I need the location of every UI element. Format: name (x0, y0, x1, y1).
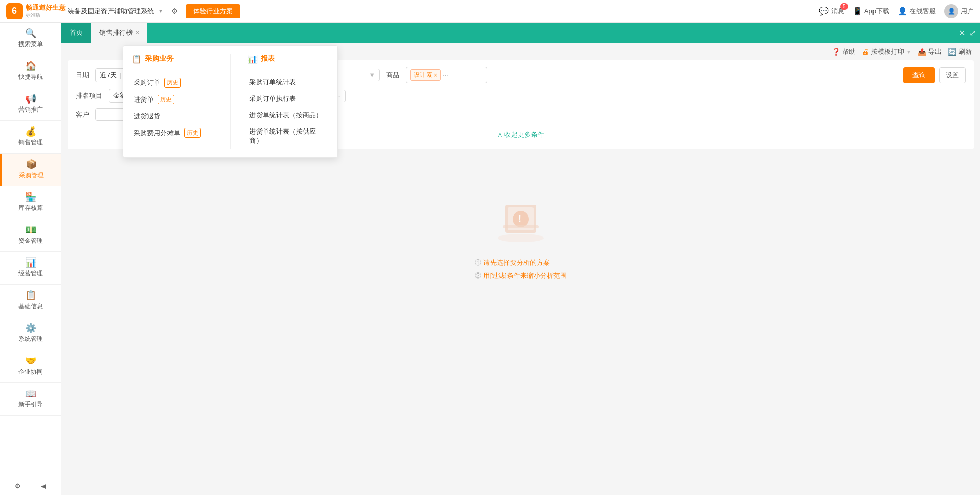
sidebar-item-search-label: 搜索菜单 (18, 40, 43, 49)
system-dropdown-arrow[interactable]: ▼ (158, 8, 163, 14)
settings-icon[interactable]: ⚙ (167, 4, 182, 18)
action-buttons: 查询 设置 (903, 67, 966, 83)
tab-home[interactable]: 首页 (61, 23, 91, 43)
goods-label: 商品 (386, 71, 399, 80)
user-avatar: 👤 (944, 4, 958, 18)
rank-label: 排名项目 (76, 91, 102, 100)
sidebar-item-purchase-label: 采购管理 (19, 171, 44, 180)
print-label: 按模板打印 (871, 47, 904, 56)
sidebar-item-quick-nav-label: 快捷导航 (18, 73, 43, 81)
user-label: 用户 (961, 7, 974, 16)
tab-expand-icon[interactable]: ⤢ (969, 28, 976, 38)
empty-state: ! ① 请先选择要分析的方案 ② 用[过滤]条件来缩小分析范围 (61, 154, 980, 324)
help-icon: ❓ (832, 48, 840, 56)
sidebar-item-guide[interactable]: 📖 新手引导 (0, 383, 61, 416)
sidebar-item-operation-label: 经营管理 (18, 269, 43, 278)
system-title: 装备及固定资产辅助管理系统 (68, 7, 154, 16)
goods-tag-close[interactable]: × (434, 72, 437, 79)
report-section-title: 📊 报表 (247, 54, 330, 68)
message-action[interactable]: 💬 消息 5 (819, 6, 844, 16)
brand-name: 畅通道好生意 (26, 4, 66, 12)
menu-item-purchase-in-by-supplier[interactable]: 进货单统计表（按供应商） (247, 123, 330, 149)
guide-icon: 📖 (25, 389, 36, 398)
help-button[interactable]: ❓ 帮助 (832, 47, 856, 56)
top-header: 6 畅通道好生意 标准版 装备及固定资产辅助管理系统 ▼ ⚙ 体验行业方案 💬 … (0, 0, 980, 23)
logo-text: 畅通道好生意 标准版 (26, 4, 66, 19)
sidebar-item-operation[interactable]: 📊 经营管理 (0, 252, 61, 285)
svg-text:!: ! (518, 213, 521, 224)
sidebar-item-system[interactable]: ⚙️ 系统管理 (0, 317, 61, 350)
menu-item-purchase-in-by-goods[interactable]: 进货单统计表（按商品） (247, 107, 330, 123)
menu-item-purchase-in[interactable]: 进货单 历史 (132, 91, 214, 108)
refresh-button[interactable]: 🔄 刷新 (948, 47, 972, 56)
refresh-icon: 🔄 (948, 48, 956, 56)
header-center: 装备及固定资产辅助管理系统 ▼ ⚙ 体验行业方案 (68, 4, 819, 18)
sidebar-item-cooperation[interactable]: 🤝 企业协同 (0, 350, 61, 383)
sidebar-bottom: ⚙ ◀ (0, 477, 61, 495)
purchase-section: 📋 采购业务 采购订单 历史 进货单 历史 进货退货 采购费用分摊单 历史 (132, 54, 214, 149)
print-button[interactable]: 🖨 按模板打印 ▼ (862, 47, 911, 56)
app-download-action[interactable]: 📱 App下载 (853, 7, 889, 16)
history-tag-0: 历史 (164, 78, 181, 88)
sidebar-item-cooperation-label: 企业协同 (18, 368, 43, 376)
refresh-label: 刷新 (958, 47, 972, 56)
sidebar-item-sales[interactable]: 💰 销售管理 (0, 121, 61, 154)
sidebar-item-purchase[interactable]: 📦 采购管理 (0, 154, 61, 186)
tab-close-all-icon[interactable]: ✕ (958, 28, 965, 38)
app-download-label: App下载 (864, 7, 889, 16)
query-button[interactable]: 查询 (903, 67, 935, 83)
sidebar-item-marketing-label: 营销推广 (18, 105, 43, 114)
funds-icon: 💵 (25, 225, 36, 234)
purchase-icon: 📦 (26, 160, 37, 169)
user-action[interactable]: 👤 用户 (944, 4, 974, 18)
svg-point-0 (498, 234, 544, 242)
sidebar-item-system-label: 系统管理 (18, 335, 43, 343)
print-dropdown-icon[interactable]: ▼ (906, 49, 911, 55)
search-icon: 🔍 (25, 29, 36, 38)
sidebar-item-stock-label: 库存核算 (18, 204, 43, 212)
menu-item-purchase-return[interactable]: 进货退货 (132, 108, 214, 124)
empty-tip: ① 请先选择要分析的方案 ② 用[过滤]条件来缩小分析范围 (475, 256, 567, 283)
menu-item-purchase-order-exec[interactable]: 采购订单执行表 (247, 91, 330, 107)
sidebar-item-basic-label: 基础信息 (18, 302, 43, 311)
sidebar-item-marketing[interactable]: 📢 营销推广 (0, 88, 61, 121)
basic-icon: 📋 (25, 291, 36, 300)
header-right: 💬 消息 5 📱 App下载 👤 在线客服 👤 用户 (819, 4, 974, 18)
goods-tag: 设计素 × (410, 69, 441, 81)
sidebar-item-basic[interactable]: 📋 基础信息 (0, 285, 61, 317)
report-section: 📊 报表 采购订单统计表 采购订单执行表 进货单统计表（按商品） 进货单统计表（… (247, 54, 330, 149)
industry-button[interactable]: 体验行业方案 (186, 4, 240, 18)
sidebar-item-stock[interactable]: 🏪 库存核算 (0, 186, 61, 219)
purchase-section-icon: 📋 (132, 54, 142, 64)
system-icon: ⚙️ (25, 324, 36, 333)
sidebar-item-guide-label: 新手引导 (18, 400, 43, 409)
sidebar-item-search[interactable]: 🔍 搜索菜单 (0, 23, 61, 55)
tab-bar-right: ✕ ⤢ (958, 28, 980, 38)
menu-item-purchase-fee[interactable]: 采购费用分摊单 历史 (132, 124, 214, 141)
export-button[interactable]: 📤 导出 (918, 47, 942, 56)
online-service-action[interactable]: 👤 在线客服 (898, 7, 936, 16)
menu-divider (230, 54, 231, 149)
print-icon: 🖨 (862, 48, 869, 56)
goods-select[interactable]: 设计素 × ··· (406, 67, 487, 83)
export-icon: 📤 (918, 48, 926, 56)
history-tag-3: 历史 (184, 128, 201, 138)
setting-button[interactable]: 设置 (939, 67, 966, 83)
purchase-section-title: 📋 采购业务 (132, 54, 214, 68)
sales-icon: 💰 (25, 127, 36, 136)
sidebar-item-funds[interactable]: 💵 资金管理 (0, 219, 61, 252)
operation-icon: 📊 (25, 258, 36, 267)
sidebar-item-quick-nav[interactable]: 🏠 快捷导航 (0, 55, 61, 88)
report-section-icon: 📊 (247, 54, 258, 64)
sidebar-collapse-icon[interactable]: ◀ (41, 482, 46, 490)
export-label: 导出 (928, 47, 942, 56)
tab-sales-ranking[interactable]: 销售排行榜 × (91, 23, 147, 43)
history-tag-1: 历史 (158, 95, 174, 104)
menu-item-purchase-order-stat[interactable]: 采购订单统计表 (247, 74, 330, 91)
menu-item-purchase-order[interactable]: 采购订单 历史 (132, 74, 214, 91)
sidebar-settings-icon[interactable]: ⚙ (15, 482, 21, 490)
date-label: 日期 (76, 71, 89, 80)
tab-close-icon[interactable]: × (136, 29, 139, 36)
goods-dots[interactable]: ··· (443, 71, 449, 79)
help-label: 帮助 (842, 47, 856, 56)
